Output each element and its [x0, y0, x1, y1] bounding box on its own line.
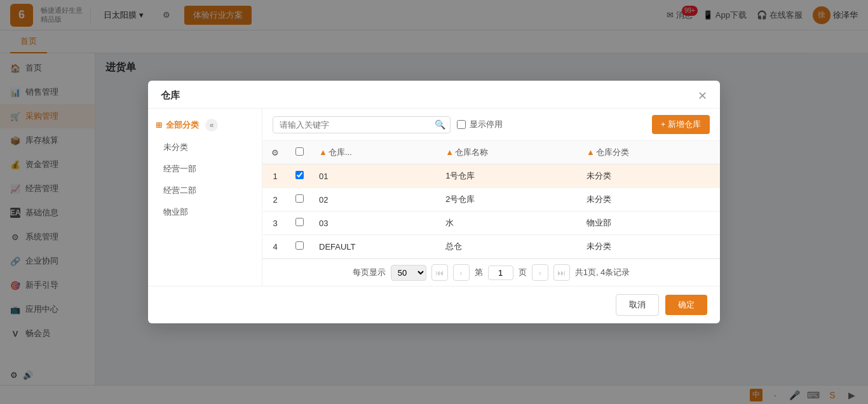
- page-number-input[interactable]: [488, 266, 513, 280]
- row-index: 4: [262, 235, 288, 259]
- confirm-button[interactable]: 确定: [665, 295, 707, 315]
- row-checkbox[interactable]: [288, 188, 311, 212]
- modal-overlay: 仓库 ✕ ⊞ 全部分类 « 未分类 经营一部 经营二部 物业部: [0, 0, 868, 404]
- row-category: 未分类: [579, 235, 720, 259]
- modal-close-button[interactable]: ✕: [698, 90, 707, 102]
- modal-actions: 取消 确定: [148, 286, 720, 323]
- row-name: 水: [438, 212, 579, 235]
- row-category: 未分类: [579, 165, 720, 188]
- row-index: 2: [262, 188, 288, 212]
- col-header-no: ▲仓库...: [311, 141, 438, 165]
- modal-main-area: 🔍 显示停用 + 新增仓库 ⚙: [262, 109, 720, 286]
- per-page-select[interactable]: 50 10 20 100: [391, 265, 426, 281]
- modal-category-sidebar: ⊞ 全部分类 « 未分类 经营一部 经营二部 物业部: [148, 109, 262, 286]
- modal-toolbar: 🔍 显示停用 + 新增仓库: [262, 109, 720, 141]
- last-page-button[interactable]: ⏭: [553, 264, 570, 281]
- grid-icon: ⊞: [156, 121, 162, 130]
- row-category: 未分类: [579, 188, 720, 212]
- show-disabled-label[interactable]: 显示停用: [457, 119, 503, 130]
- modal-table-wrap: ⚙ ▲仓库... ▲仓库名称 ▲仓库分类 1 01 1号仓库 未分类 2: [262, 141, 720, 259]
- collapse-button[interactable]: «: [205, 119, 218, 131]
- row-index: 1: [262, 165, 288, 188]
- row-checkbox[interactable]: [288, 235, 311, 259]
- row-name: 1号仓库: [438, 165, 579, 188]
- row-category: 物业部: [579, 212, 720, 235]
- next-page-button[interactable]: ›: [532, 264, 548, 281]
- search-input[interactable]: [273, 116, 451, 133]
- row-checkbox[interactable]: [288, 212, 311, 235]
- first-page-button[interactable]: ⏮: [431, 264, 448, 281]
- category-item-ops2[interactable]: 经营二部: [148, 180, 262, 201]
- page-label: 页: [519, 267, 527, 278]
- table-row[interactable]: 3 03 水 物业部: [262, 212, 720, 235]
- col-header-category: ▲仓库分类: [579, 141, 720, 165]
- table-row[interactable]: 1 01 1号仓库 未分类: [262, 165, 720, 188]
- table-row[interactable]: 2 02 2号仓库 未分类: [262, 188, 720, 212]
- modal-header: 仓库 ✕: [148, 81, 720, 109]
- row-name: 2号仓库: [438, 188, 579, 212]
- modal-body: ⊞ 全部分类 « 未分类 经营一部 经营二部 物业部 🔍: [148, 109, 720, 286]
- table-row[interactable]: 4 DEFAULT 总仓 未分类: [262, 235, 720, 259]
- warehouse-table: ⚙ ▲仓库... ▲仓库名称 ▲仓库分类 1 01 1号仓库 未分类 2: [262, 141, 720, 259]
- show-disabled-checkbox[interactable]: [457, 120, 466, 129]
- row-checkbox[interactable]: [288, 165, 311, 188]
- row-no: 01: [311, 165, 438, 188]
- pagination-bar: 每页显示 50 10 20 100 ⏮ ‹ 第 页 › ⏭ 共1页, 4条记录: [262, 259, 720, 286]
- row-no: 03: [311, 212, 438, 235]
- prev-page-button[interactable]: ‹: [453, 264, 470, 281]
- row-no: 02: [311, 188, 438, 212]
- gear-icon: ⚙: [271, 148, 279, 158]
- category-item-ops1[interactable]: 经营一部: [148, 158, 262, 180]
- col-header-gear: ⚙: [262, 141, 288, 165]
- warehouse-modal: 仓库 ✕ ⊞ 全部分类 « 未分类 经营一部 经营二部 物业部: [148, 81, 720, 323]
- category-item-property[interactable]: 物业部: [148, 201, 262, 223]
- search-wrap: 🔍: [273, 116, 451, 133]
- row-name: 总仓: [438, 235, 579, 259]
- select-all-checkbox[interactable]: [295, 147, 304, 156]
- total-info: 共1页, 4条记录: [575, 267, 630, 278]
- search-icon: 🔍: [435, 119, 445, 130]
- cancel-button[interactable]: 取消: [616, 294, 659, 316]
- all-categories-header[interactable]: ⊞ 全部分类 «: [148, 114, 262, 137]
- row-index: 3: [262, 212, 288, 235]
- page-di-label: 第: [475, 267, 483, 278]
- modal-title: 仓库: [161, 90, 180, 102]
- row-no: DEFAULT: [311, 235, 438, 259]
- per-page-label: 每页显示: [353, 267, 386, 278]
- category-item-uncategorized[interactable]: 未分类: [148, 137, 262, 158]
- col-header-checkbox: [288, 141, 311, 165]
- col-header-name: ▲仓库名称: [438, 141, 579, 165]
- add-warehouse-button[interactable]: + 新增仓库: [652, 115, 710, 134]
